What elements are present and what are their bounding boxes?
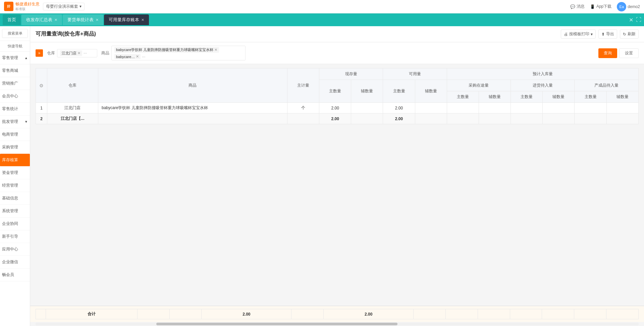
table-header-row-1: ⚙ 仓库 商品 主计量 现存量 可用量 预计入库量: [36, 68, 639, 80]
sidebar-search-btn[interactable]: 搜索菜单: [2, 29, 28, 38]
bottom-bar: 合计 2.00 2.00: [30, 306, 644, 322]
sidebar-item-retail-label: 零售管理: [2, 55, 18, 61]
sidebar-item-purchase[interactable]: 采购管理: [0, 141, 30, 154]
row1-unit: 个: [287, 103, 319, 113]
sidebar-item-finance[interactable]: 资金管理: [0, 167, 30, 179]
table-row: 2 江北门店【... 2.00 2.00: [36, 113, 639, 124]
th-purchase-aux: 辅数量: [479, 91, 511, 103]
tab-home[interactable]: 首页: [3, 14, 21, 25]
sidebar-item-member-vip[interactable]: 畅会员: [0, 269, 30, 281]
tab-receive-summary[interactable]: 收发存汇总表 ✕: [21, 14, 62, 25]
close-all-btn[interactable]: ✕: [629, 17, 633, 23]
sidebar-item-marketing[interactable]: 营销推广: [0, 77, 30, 90]
th-settings[interactable]: ⚙: [36, 68, 47, 103]
export-btn[interactable]: ⬆ 导出: [598, 30, 617, 39]
logo-sub: 标准版: [15, 7, 40, 11]
warehouse-tag-value: 江北门店: [62, 51, 76, 56]
message-btn[interactable]: 💬 消息: [570, 4, 585, 9]
sidebar-item-system[interactable]: 系统管理: [0, 205, 30, 218]
footer-product-empty: [137, 309, 169, 319]
th-product: 商品: [98, 68, 287, 103]
template-print-btn[interactable]: 🖨 按模板打印 ▾: [561, 30, 596, 39]
top-bar: 好 畅捷通好生意 标准版 母婴行业演示账套 ▾ 💬 消息 📱 App下载 Ea …: [0, 0, 644, 13]
logo: 好 畅捷通好生意 标准版: [4, 2, 40, 11]
horizontal-scrollbar[interactable]: [30, 322, 644, 326]
sidebar-item-inventory[interactable]: 库存核算: [0, 154, 30, 167]
main-layout: 搜索菜单 快捷导航 零售管理 ▲ 零售商城 营销推广 会员中心 零售统计 批发管…: [0, 26, 644, 326]
row1-incoming-main: [511, 103, 543, 113]
sidebar-item-app-center-label: 应用中心: [2, 246, 18, 252]
content-area: 可用量查询(按仓库+商品) 🖨 按模板打印 ▾ ⬆ 导出 ↻ 刷新: [30, 26, 644, 326]
tab-receive-summary-close[interactable]: ✕: [54, 18, 57, 22]
row1-stock-main: 2.00: [319, 103, 351, 113]
filter-actions: 查询 设置: [598, 48, 639, 58]
sidebar-item-operations[interactable]: 经营管理: [0, 179, 30, 192]
row2-available-main: 2.00: [383, 113, 415, 124]
sidebar-item-marketing-label: 营销推广: [2, 81, 18, 86]
sidebar-item-system-label: 系统管理: [2, 208, 18, 214]
row2-incoming-aux: [543, 113, 575, 124]
warehouse-input[interactable]: 江北门店 ✕ ···: [57, 49, 97, 57]
row1-stock-aux: [351, 103, 383, 113]
footer-purchase-aux: [478, 309, 510, 319]
row2-index: 2: [36, 113, 47, 124]
page-actions: 🖨 按模板打印 ▾ ⬆ 导出 ↻ 刷新: [561, 30, 639, 39]
settings-btn[interactable]: 设置: [619, 48, 639, 58]
warehouse-tag-close[interactable]: ✕: [77, 51, 80, 55]
row1-index: 1: [36, 103, 47, 113]
settings-icon[interactable]: ⚙: [39, 83, 44, 88]
product-tag-close-2[interactable]: ✕: [136, 54, 139, 59]
sidebar-item-member[interactable]: 会员中心: [0, 90, 30, 103]
refresh-btn[interactable]: ↻ 刷新: [620, 30, 639, 39]
message-icon: 💬: [570, 4, 575, 9]
sidebar-item-wholesale-label: 批发管理: [2, 119, 18, 125]
row1-product: babycare学饮杯 儿童防摔防撞吸管杯重力球吸嘴杯宝宝水杯: [98, 103, 287, 113]
warehouse-label: 仓库: [47, 50, 55, 56]
query-btn[interactable]: 查询: [598, 48, 617, 58]
top-bar-left: 好 畅捷通好生意 标准版 母婴行业演示账套 ▾: [4, 2, 85, 11]
tab-order-stats-close[interactable]: ✕: [96, 18, 99, 22]
sidebar-item-basic[interactable]: 基础信息: [0, 192, 30, 205]
sidebar-item-wholesale[interactable]: 批发管理 ▼: [0, 115, 30, 128]
app-download-label: App下载: [596, 4, 611, 9]
sidebar-item-newbie-label: 新手引导: [2, 234, 18, 239]
sidebar-item-enterprise[interactable]: 企业协同: [0, 218, 30, 230]
tab-available-stock-close[interactable]: ✕: [141, 18, 144, 22]
sidebar-item-app-center[interactable]: 应用中心: [0, 243, 30, 256]
th-stock-aux: 辅数量: [351, 80, 383, 103]
row2-product: [98, 113, 287, 124]
sidebar-item-ecommerce[interactable]: 电商管理: [0, 128, 30, 141]
footer-stock-aux: [291, 309, 324, 319]
app-download-btn[interactable]: 📱 App下载: [590, 4, 611, 9]
sidebar-item-newbie[interactable]: 新手引导: [0, 230, 30, 243]
sidebar-item-retail[interactable]: 零售管理 ▲: [0, 52, 30, 64]
sidebar-item-enterprise-wechat[interactable]: 企业微信: [0, 256, 30, 269]
product-tag-value: babycare学饮杯 儿童防摔防撞吸管杯重力球吸嘴杯宝宝水杯: [116, 47, 213, 52]
th-expected-in: 预计入库量: [447, 68, 638, 80]
row2-purchase-main: [447, 113, 479, 124]
template-print-label: 按模板打印: [569, 31, 589, 37]
scroll-thumb[interactable]: [156, 323, 397, 325]
sidebar-quick-nav[interactable]: 快捷导航: [0, 41, 30, 52]
th-incoming-main: 主数量: [511, 91, 543, 103]
footer-row: 合计 2.00 2.00: [36, 309, 639, 319]
th-warehouse: 仓库: [47, 68, 98, 103]
avatar: Ea: [617, 2, 626, 11]
sidebar-item-retail-mall[interactable]: 零售商城: [0, 64, 30, 77]
tab-available-stock[interactable]: 可用量库存账本 ✕: [104, 14, 149, 25]
product-input[interactable]: babycare学饮杯 儿童防摔防撞吸管杯重力球吸嘴杯宝宝水杯 ✕ babyca…: [111, 46, 246, 60]
row1-finished-main: [575, 103, 606, 113]
tab-order-stats[interactable]: 要货单统计表 ✕: [63, 14, 103, 25]
sidebar-item-retail-stats[interactable]: 零售统计: [0, 103, 30, 115]
industry-selector[interactable]: 母婴行业演示账套 ▾: [43, 3, 85, 10]
product-tag-close[interactable]: ✕: [214, 48, 217, 52]
th-current-stock: 现存量: [319, 68, 383, 80]
industry-label: 母婴行业演示账套: [46, 4, 78, 9]
table-container: ⚙ 仓库 商品 主计量 现存量 可用量 预计入库量 主数量 辅数量 主数量 辅数…: [30, 64, 644, 306]
th-finished-goods: 产成品待入量: [575, 80, 639, 91]
user-avatar-area[interactable]: Ea demo2: [617, 2, 640, 11]
sidebar-item-basic-label: 基础信息: [2, 195, 18, 201]
warehouse-filter: 仓库 江北门店 ✕ ···: [47, 49, 97, 57]
maximize-btn[interactable]: ⛶: [636, 17, 641, 23]
filter-expand-btn[interactable]: »: [36, 49, 43, 57]
